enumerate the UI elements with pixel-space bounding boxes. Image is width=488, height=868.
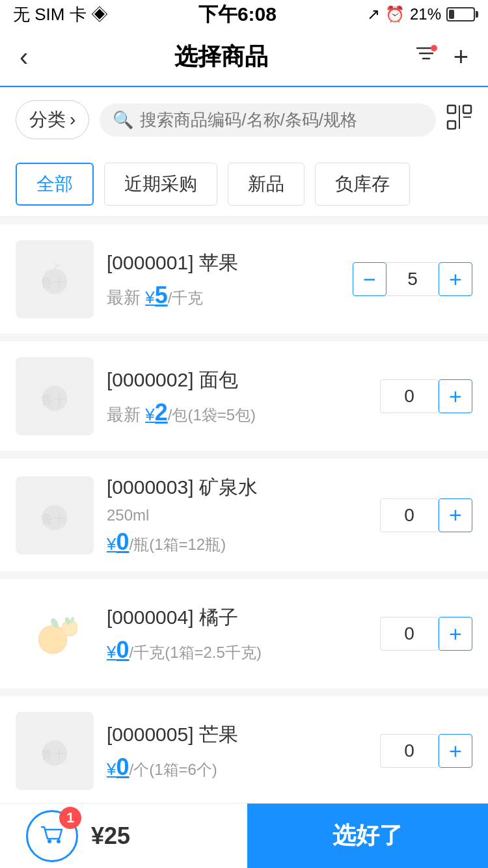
tab-negative[interactable]: 负库存 bbox=[315, 163, 410, 206]
product-price-2: 最新 ¥2/包(1袋=5包) bbox=[107, 399, 367, 426]
battery-icon bbox=[446, 7, 475, 21]
product-info-1: [0000001] 苹果 最新 ¥5/千克 bbox=[107, 250, 340, 309]
product-price-5: ¥0/个(1箱=6个) bbox=[107, 753, 367, 781]
tab-recent[interactable]: 近期采购 bbox=[104, 163, 217, 206]
qty-plus-2[interactable]: + bbox=[439, 379, 472, 413]
product-price-1: 最新 ¥5/千克 bbox=[107, 282, 340, 309]
alarm-icon: ⏰ bbox=[385, 5, 405, 23]
product-info-3: [0000003] 矿泉水 250ml ¥0/瓶(1箱=12瓶) bbox=[107, 474, 367, 556]
category-button[interactable]: 分类 › bbox=[16, 100, 89, 139]
product-image-2: 鲁十 bbox=[16, 357, 94, 435]
qty-control-3: + bbox=[380, 498, 472, 532]
qty-minus-1[interactable]: − bbox=[353, 262, 386, 296]
svg-text:鲁十: 鲁十 bbox=[41, 748, 66, 761]
product-name-1: [0000001] 苹果 bbox=[107, 250, 340, 277]
svg-point-35 bbox=[47, 839, 51, 843]
product-image-4 bbox=[16, 595, 94, 673]
svg-point-36 bbox=[57, 839, 61, 843]
cart-icon[interactable]: 1 bbox=[26, 810, 78, 862]
qty-control-1: − + bbox=[353, 262, 472, 296]
qty-control-4: + bbox=[380, 617, 472, 651]
search-input[interactable] bbox=[140, 110, 423, 130]
battery-percent: 21% bbox=[410, 5, 441, 23]
add-button[interactable]: + bbox=[454, 42, 468, 72]
filter-icon[interactable] bbox=[414, 43, 438, 72]
list-item: 鲁十 [0000005] 芒果 ¥0/个(1箱=6个) + bbox=[0, 696, 488, 806]
list-item: 鲁十 [0000002] 面包 最新 ¥2/包(1袋=5包) + bbox=[0, 342, 488, 451]
qty-input-3[interactable] bbox=[380, 498, 439, 532]
product-info-2: [0000002] 面包 最新 ¥2/包(1袋=5包) bbox=[107, 367, 367, 426]
category-chevron: › bbox=[70, 109, 75, 130]
cart-badge: 1 bbox=[59, 807, 81, 829]
product-name-5: [0000005] 芒果 bbox=[107, 722, 367, 748]
svg-text:鲁十: 鲁十 bbox=[41, 276, 66, 290]
back-button[interactable]: ‹ bbox=[20, 42, 28, 72]
tabs-bar: 全部 近期采购 新品 负库存 bbox=[0, 152, 488, 217]
product-name-3: [0000003] 矿泉水 bbox=[107, 474, 367, 501]
nav-bar: ‹ 选择商品 + bbox=[0, 29, 488, 86]
list-item: 鲁十 [0000003] 矿泉水 250ml ¥0/瓶(1箱=12瓶) + bbox=[0, 459, 488, 571]
product-name-2: [0000002] 面包 bbox=[107, 367, 367, 394]
list-item: 鲁十 [0000001] 苹果 最新 ¥5/千克 − + bbox=[0, 224, 488, 334]
svg-point-3 bbox=[431, 45, 437, 51]
page-title: 选择商品 bbox=[174, 41, 268, 73]
qty-plus-3[interactable]: + bbox=[439, 498, 472, 532]
status-signal: 无 SIM 卡 ◈ bbox=[13, 3, 108, 26]
product-info-5: [0000005] 芒果 ¥0/个(1箱=6个) bbox=[107, 722, 367, 781]
product-name-4: [0000004] 橘子 bbox=[107, 604, 367, 631]
product-info-4: [0000004] 橘子 ¥0/千克(1箱=2.5千克) bbox=[107, 604, 367, 664]
cart-area: 1 ¥25 bbox=[0, 810, 247, 862]
svg-text:鲁十: 鲁十 bbox=[41, 393, 66, 407]
svg-rect-5 bbox=[463, 105, 471, 113]
qty-plus-5[interactable]: + bbox=[439, 734, 472, 768]
qty-control-2: + bbox=[380, 379, 472, 413]
confirm-button[interactable]: 选好了 bbox=[247, 804, 488, 868]
search-input-wrap: 🔍 bbox=[100, 103, 436, 137]
product-image-5: 鲁十 bbox=[16, 712, 94, 790]
tab-new[interactable]: 新品 bbox=[228, 163, 305, 206]
bottom-bar: 1 ¥25 选好了 bbox=[0, 803, 488, 868]
location-icon: ↗ bbox=[367, 5, 380, 23]
scan-icon[interactable] bbox=[446, 104, 472, 135]
category-label: 分类 bbox=[29, 107, 66, 132]
svg-text:鲁十: 鲁十 bbox=[41, 512, 66, 526]
status-icons: ↗ ⏰ 21% bbox=[367, 5, 475, 23]
product-price-3: ¥0/瓶(1箱=12瓶) bbox=[107, 528, 367, 556]
status-bar: 无 SIM 卡 ◈ 下午6:08 ↗ ⏰ 21% bbox=[0, 0, 488, 29]
product-price-4: ¥0/千克(1箱=2.5千克) bbox=[107, 636, 367, 664]
product-image-1: 鲁十 bbox=[16, 240, 94, 318]
product-spec-3: 250ml bbox=[107, 506, 367, 524]
qty-control-5: + bbox=[380, 734, 472, 768]
qty-plus-1[interactable]: + bbox=[439, 262, 472, 296]
qty-input-2[interactable] bbox=[380, 379, 439, 413]
search-icon: 🔍 bbox=[113, 110, 133, 130]
status-time: 下午6:08 bbox=[198, 1, 277, 28]
product-list: 鲁十 [0000001] 苹果 最新 ¥5/千克 − + 鲁十 [0000002… bbox=[0, 217, 488, 868]
qty-input-1[interactable] bbox=[386, 262, 439, 296]
qty-input-5[interactable] bbox=[380, 734, 439, 768]
svg-rect-4 bbox=[448, 105, 455, 113]
product-image-3: 鲁十 bbox=[16, 476, 94, 554]
qty-input-4[interactable] bbox=[380, 617, 439, 651]
list-item: [0000004] 橘子 ¥0/千克(1箱=2.5千克) + bbox=[0, 579, 488, 688]
qty-plus-4[interactable]: + bbox=[439, 617, 472, 651]
cart-total: ¥25 bbox=[91, 822, 130, 850]
search-bar: 分类 › 🔍 bbox=[0, 87, 488, 152]
svg-rect-6 bbox=[448, 121, 455, 129]
tab-all[interactable]: 全部 bbox=[16, 163, 94, 206]
